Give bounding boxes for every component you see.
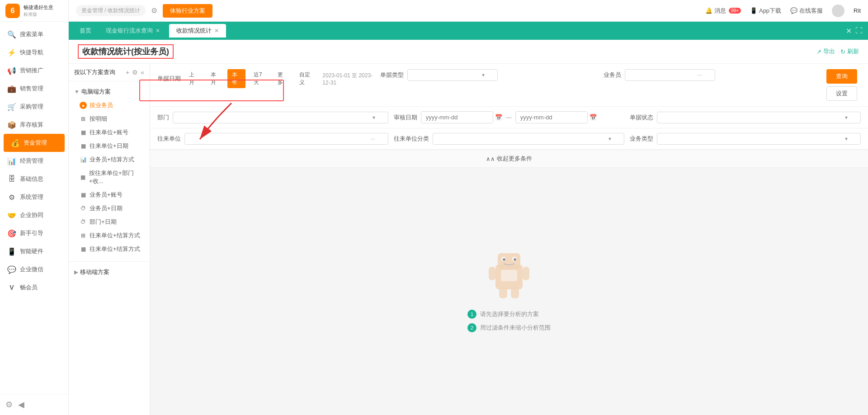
tab-bar: 首页 现金银行流水查询 ✕ 收款情况统计 ✕ ✕ ⛶ <box>69 22 868 40</box>
biz-type-select[interactable]: ▾ <box>657 133 861 145</box>
scheme-collapse-icon[interactable]: « <box>141 69 144 76</box>
sidebar-item-operations[interactable]: 📊 经营管理 <box>0 152 68 170</box>
review-date-label: 审核日期 <box>394 113 417 122</box>
sidebar: 6 畅捷通好生意 标准版 🔍 搜索菜单 ⚡ 快捷导航 📢 营销推广 💼 销售管理… <box>0 0 69 415</box>
scheme-panel-header: 按以下方案查询 + ⚙ « <box>69 64 150 81</box>
chevron-right-icon: ▶ <box>74 269 78 275</box>
set-button[interactable]: 设置 <box>826 86 857 101</box>
scheme-group-mobile-title[interactable]: ▶ 移动端方案 <box>69 265 150 279</box>
dept-select[interactable]: ▾ <box>173 112 388 123</box>
search-icon: 🔍 <box>7 30 16 39</box>
sidebar-item-search[interactable]: 🔍 搜索菜单 <box>0 25 68 43</box>
scheme-item-unit-dept-recv[interactable]: ▦ 按往来单位+部门+收... <box>69 166 150 188</box>
scheme-item-by-detail[interactable]: ⊞ 按明细 <box>69 112 150 126</box>
scheme-item-salesperson-calc[interactable]: 📊 业务员+结算方式 <box>69 153 150 166</box>
logo-icon: 6 <box>5 4 20 18</box>
scheme-add-icon[interactable]: + <box>126 69 129 76</box>
empty-step-1: 1 请先选择要分析的方案 <box>467 310 551 319</box>
notification-item[interactable]: 🔔 消息 99+ <box>705 7 741 15</box>
sidebar-item-finance[interactable]: 💰 资金管理 <box>4 134 65 152</box>
doc-status-select[interactable]: ▾ <box>657 112 861 123</box>
collapse-sidebar-icon[interactable]: ◀ <box>18 400 24 410</box>
cal-icon-start: 📅 <box>495 114 502 121</box>
salesperson-select[interactable]: ··· <box>625 69 715 81</box>
scheme-item-salesperson-account[interactable]: ▦ 业务员+账号 <box>69 188 150 202</box>
chevron-down-icon: ▼ <box>74 89 80 95</box>
tab-fullscreen-icon[interactable]: ⛶ <box>855 27 863 35</box>
date-tab-more[interactable]: 更多 <box>273 69 291 88</box>
tab-home[interactable]: 首页 <box>74 24 97 38</box>
date-tab-7days[interactable]: 近7天 <box>249 69 269 88</box>
svg-rect-7 <box>523 267 529 280</box>
page-title: 收款情况统计(按业务员) <box>78 44 174 59</box>
scheme-item-salesperson-date[interactable]: ⏱ 业务员+日期 <box>69 202 150 215</box>
query-button[interactable]: 查询 <box>826 69 857 84</box>
sidebar-item-wechat[interactable]: 💬 企业微信 <box>0 260 68 278</box>
scheme-item-unit-account[interactable]: ▦ 往来单位+账号 <box>69 126 150 139</box>
collapse-filters-button[interactable]: ∧∧ 收起更多条件 <box>150 150 868 168</box>
partner-category-label: 往来单位分类 <box>394 135 429 143</box>
doc-status-arrow: ▾ <box>845 114 848 121</box>
grid2-icon: ⊞ <box>80 232 87 239</box>
svg-rect-8 <box>499 287 507 298</box>
scheme-item-unit-calc1[interactable]: ⊞ 往来单位+结算方式 <box>69 229 150 242</box>
review-date-end[interactable] <box>515 111 588 123</box>
sidebar-item-hardware[interactable]: 📱 智能硬件 <box>0 242 68 260</box>
partner-category-select[interactable]: ▾ <box>433 133 625 145</box>
refresh-icon: ↻ <box>840 48 845 55</box>
scheme-group-desktop-title[interactable]: ▼ 电脑端方案 <box>69 85 150 99</box>
salesperson-more-icon[interactable]: ··· <box>698 72 702 78</box>
app-download-item[interactable]: 📱 App下载 <box>750 7 781 15</box>
partner-more-icon[interactable]: ··· <box>371 136 375 142</box>
sidebar-bottom: ⚙ ◀ <box>0 394 68 415</box>
header-left: 资金管理 / 收款情况统计 ⚙ 体验行业方案 <box>76 4 212 18</box>
scheme-settings-icon[interactable]: ⚙ <box>132 69 138 76</box>
sidebar-item-purchase[interactable]: 🛒 采购管理 <box>0 98 68 116</box>
sidebar-item-guide[interactable]: 🎯 新手引导 <box>0 224 68 242</box>
date-tabs: 上月 本月 本年 近7天 更多 自定义 2023-01-01 至 2023-12… <box>184 69 375 88</box>
sidebar-item-marketing[interactable]: 📢 营销推广 <box>0 61 68 80</box>
sidebar-item-basic[interactable]: 🗄 基础信息 <box>0 170 68 188</box>
tab-receipt[interactable]: 收款情况统计 ✕ <box>169 24 226 38</box>
purchase-icon: 🛒 <box>7 102 16 111</box>
biz-type-label: 业务类型 <box>630 135 653 143</box>
page-title-bar: 收款情况统计(按业务员) ↗ 导出 ↻ 刷新 <box>69 40 868 64</box>
breadcrumb: 资金管理 / 收款情况统计 <box>76 5 146 16</box>
date-tab-this-month[interactable]: 本月 <box>206 69 224 88</box>
table5-icon: ▦ <box>80 245 87 253</box>
date-tab-last-month[interactable]: 上月 <box>184 69 203 88</box>
export-button[interactable]: ↗ 导出 <box>816 47 835 56</box>
partner-select[interactable]: ··· <box>184 133 388 145</box>
online-service-item[interactable]: 💬 在线客服 <box>790 7 823 15</box>
tab-bank-close[interactable]: ✕ <box>156 28 160 34</box>
tab-close-all-icon[interactable]: ✕ <box>846 27 852 35</box>
review-date-start[interactable] <box>421 111 493 123</box>
scheme-panel-icons: + ⚙ « <box>126 69 144 76</box>
biz-type-arrow: ▾ <box>845 136 848 142</box>
page-content: 收款情况统计(按业务员) ↗ 导出 ↻ 刷新 按以下方案查询 + <box>69 40 868 415</box>
user-avatar[interactable] <box>832 5 844 17</box>
doc-type-select[interactable]: ▾ <box>407 69 498 81</box>
date-tab-custom[interactable]: 自定义 <box>295 69 317 88</box>
header-settings-icon[interactable]: ⚙ <box>151 6 157 15</box>
sidebar-item-inventory[interactable]: 📦 库存核算 <box>0 116 68 134</box>
scheme-item-unit-date[interactable]: ▦ 往来单位+日期 <box>69 139 150 153</box>
scheme-item-by-salesperson[interactable]: ● 按业务员 <box>69 99 150 112</box>
refresh-button[interactable]: ↻ 刷新 <box>840 47 859 56</box>
partner-label: 往来单位 <box>157 135 181 143</box>
scheme-item-unit-calc2[interactable]: ▦ 往来单位+结算方式 <box>69 242 150 256</box>
sidebar-item-member[interactable]: V 畅会员 <box>0 278 68 297</box>
sidebar-item-sales[interactable]: 💼 销售管理 <box>0 80 68 98</box>
trial-button[interactable]: 体验行业方案 <box>163 4 212 18</box>
tab-receipt-close[interactable]: ✕ <box>214 28 219 34</box>
settings-bottom-icon[interactable]: ⚙ <box>5 400 13 410</box>
export-icon: ↗ <box>816 48 821 55</box>
scheme-group-mobile: ▶ 移动端方案 <box>69 261 150 283</box>
date-tab-this-year[interactable]: 本年 <box>227 69 245 88</box>
sidebar-item-quicknav[interactable]: ⚡ 快捷导航 <box>0 43 68 61</box>
sidebar-item-system[interactable]: ⚙ 系统管理 <box>0 188 68 206</box>
scheme-item-dept-date[interactable]: ⏱ 部门+日期 <box>69 215 150 229</box>
sidebar-item-enterprise[interactable]: 🤝 企业协同 <box>0 206 68 224</box>
tab-bank[interactable]: 现金银行流水查询 ✕ <box>99 24 167 38</box>
notification-icon: 🔔 <box>705 7 712 14</box>
